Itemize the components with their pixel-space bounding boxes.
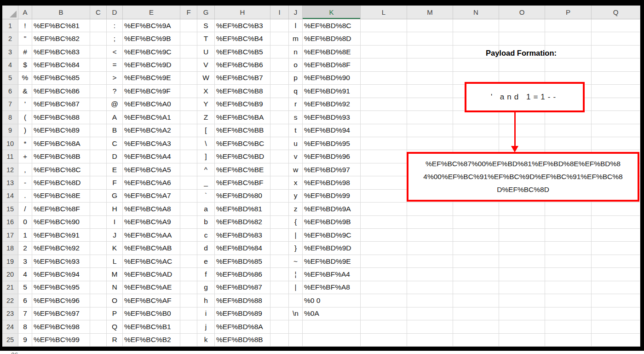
cell-D17[interactable]: J bbox=[107, 229, 123, 242]
cell-C16[interactable] bbox=[90, 216, 107, 229]
row-header-6[interactable]: 6 bbox=[2, 85, 18, 98]
cell-B15[interactable]: %EF%BC%8F bbox=[32, 203, 90, 215]
cell-B4[interactable]: %EF%BC%84 bbox=[32, 58, 90, 71]
cell-C18[interactable] bbox=[90, 242, 107, 255]
cell-M10[interactable] bbox=[407, 137, 453, 150]
cell-A3[interactable]: # bbox=[18, 46, 32, 58]
cell-Q6[interactable] bbox=[592, 85, 640, 98]
cell-H7[interactable]: %EF%BC%B9 bbox=[215, 98, 270, 111]
cell-O1[interactable] bbox=[499, 19, 545, 32]
cell-A20[interactable]: 4 bbox=[18, 268, 32, 281]
cell-L19[interactable] bbox=[361, 255, 407, 268]
cell-N24[interactable] bbox=[453, 320, 499, 333]
cell-I4[interactable] bbox=[270, 58, 289, 71]
cell-G14[interactable]: ` bbox=[197, 190, 215, 203]
cell-I7[interactable] bbox=[270, 98, 289, 111]
cell-I1[interactable] bbox=[270, 19, 289, 32]
cell-N16[interactable] bbox=[453, 216, 499, 229]
col-header-D[interactable]: D bbox=[107, 6, 123, 19]
cell-D19[interactable]: L bbox=[107, 255, 123, 268]
cell-K1[interactable]: %EF%BD%8C bbox=[303, 19, 361, 32]
cell-B2[interactable]: %EF%BC%82 bbox=[32, 32, 90, 45]
cell-I13[interactable] bbox=[270, 176, 289, 189]
cell-B3[interactable]: %EF%BC%83 bbox=[32, 46, 90, 58]
row-header-22[interactable]: 22 bbox=[2, 294, 18, 307]
cell-M16[interactable] bbox=[407, 216, 453, 229]
cell-D13[interactable]: F bbox=[107, 176, 123, 189]
cell-H13[interactable]: %EF%BC%BF bbox=[215, 176, 270, 189]
cell-H23[interactable]: %EF%BD%89 bbox=[215, 308, 270, 320]
cell-L16[interactable] bbox=[361, 216, 407, 229]
cell-P21[interactable] bbox=[545, 281, 592, 294]
cell-D5[interactable]: > bbox=[107, 72, 123, 85]
cell-A13[interactable]: - bbox=[18, 176, 32, 189]
col-header-J[interactable]: J bbox=[289, 6, 303, 19]
cell-A7[interactable]: ' bbox=[18, 98, 32, 111]
cell-D11[interactable]: D bbox=[107, 150, 123, 163]
cell-B12[interactable]: %EF%BC%8C bbox=[32, 163, 90, 176]
cell-E20[interactable]: %EF%BC%AD bbox=[123, 268, 180, 281]
cell-O25[interactable] bbox=[499, 334, 545, 347]
cell-Q18[interactable] bbox=[592, 242, 640, 255]
cell-K22[interactable]: %0 0 bbox=[303, 294, 361, 307]
cell-B16[interactable]: %EF%BC%90 bbox=[32, 216, 90, 229]
cell-Q24[interactable] bbox=[592, 320, 640, 333]
cell-P25[interactable] bbox=[545, 334, 592, 347]
cell-H19[interactable]: %EF%BD%85 bbox=[215, 255, 270, 268]
cell-P15[interactable] bbox=[545, 203, 592, 215]
cell-L17[interactable] bbox=[361, 229, 407, 242]
cell-N15[interactable] bbox=[453, 203, 499, 215]
cell-C2[interactable] bbox=[90, 32, 107, 45]
cell-N22[interactable] bbox=[453, 294, 499, 307]
cell-F16[interactable] bbox=[180, 216, 197, 229]
cell-H14[interactable]: %EF%BD%80 bbox=[215, 190, 270, 203]
cell-D15[interactable]: H bbox=[107, 203, 123, 215]
cell-I17[interactable] bbox=[270, 229, 289, 242]
cell-M19[interactable] bbox=[407, 255, 453, 268]
cell-A17[interactable]: 1 bbox=[18, 229, 32, 242]
cell-Q8[interactable] bbox=[592, 111, 640, 124]
cell-M17[interactable] bbox=[407, 229, 453, 242]
cell-F22[interactable] bbox=[180, 294, 197, 307]
cell-I12[interactable] bbox=[270, 163, 289, 176]
cell-H10[interactable]: %EF%BC%BC bbox=[215, 137, 270, 150]
cell-D9[interactable]: B bbox=[107, 124, 123, 137]
cell-A10[interactable]: * bbox=[18, 137, 32, 150]
cell-E12[interactable]: %EF%BC%A5 bbox=[123, 163, 180, 176]
cell-E22[interactable]: %EF%BC%AF bbox=[123, 294, 180, 307]
cell-L5[interactable] bbox=[361, 72, 407, 85]
cell-L14[interactable] bbox=[361, 190, 407, 203]
cell-I18[interactable] bbox=[270, 242, 289, 255]
cell-P4[interactable] bbox=[545, 58, 592, 71]
cell-Q15[interactable] bbox=[592, 203, 640, 215]
col-header-E[interactable]: E bbox=[123, 6, 180, 19]
row-header-11[interactable]: 11 bbox=[2, 150, 18, 163]
cell-D18[interactable]: K bbox=[107, 242, 123, 255]
cell-O23[interactable] bbox=[499, 308, 545, 320]
cell-K7[interactable]: %EF%BD%92 bbox=[303, 98, 361, 111]
cell-G19[interactable]: e bbox=[197, 255, 215, 268]
cell-P23[interactable] bbox=[545, 308, 592, 320]
cell-F20[interactable] bbox=[180, 268, 197, 281]
cell-P16[interactable] bbox=[545, 216, 592, 229]
cell-M20[interactable] bbox=[407, 268, 453, 281]
cell-L20[interactable] bbox=[361, 268, 407, 281]
cell-J16[interactable]: { bbox=[289, 216, 303, 229]
cell-L22[interactable] bbox=[361, 294, 407, 307]
cell-L8[interactable] bbox=[361, 111, 407, 124]
cell-F4[interactable] bbox=[180, 58, 197, 71]
cell-B18[interactable]: %EF%BC%92 bbox=[32, 242, 90, 255]
cell-M9[interactable] bbox=[407, 124, 453, 137]
cell-C6[interactable] bbox=[90, 85, 107, 98]
cell-N17[interactable] bbox=[453, 229, 499, 242]
cell-I2[interactable] bbox=[270, 32, 289, 45]
cell-H21[interactable]: %EF%BD%87 bbox=[215, 281, 270, 294]
cell-L15[interactable] bbox=[361, 203, 407, 215]
col-header-M[interactable]: M bbox=[407, 6, 453, 19]
cell-Q23[interactable] bbox=[592, 308, 640, 320]
cell-N2[interactable] bbox=[453, 32, 499, 45]
cell-K3[interactable]: %EF%BD%8E bbox=[303, 46, 361, 58]
cell-L1[interactable] bbox=[361, 19, 407, 32]
cell-D14[interactable]: G bbox=[107, 190, 123, 203]
cell-M15[interactable] bbox=[407, 203, 453, 215]
